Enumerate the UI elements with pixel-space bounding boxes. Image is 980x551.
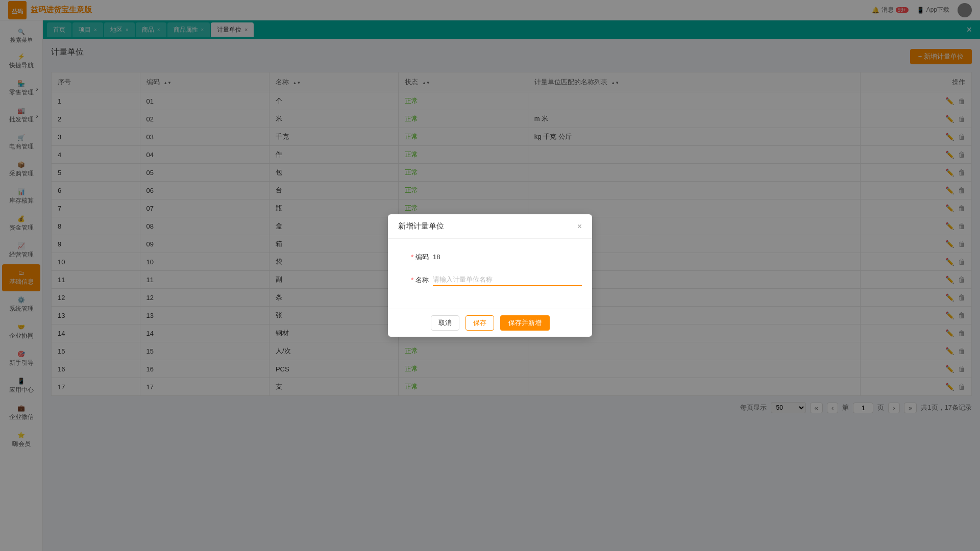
cancel-btn[interactable]: 取消 <box>431 315 459 331</box>
name-label: * 名称 <box>398 276 429 285</box>
modal-close-btn[interactable]: × <box>577 222 582 231</box>
code-row: * 编码 <box>398 251 582 263</box>
name-row: * 名称 <box>398 273 582 286</box>
save-new-btn[interactable]: 保存并新增 <box>500 315 550 331</box>
name-input[interactable] <box>433 273 582 286</box>
required-mark: * <box>411 253 413 261</box>
modal-title: 新增计量单位 <box>398 221 444 231</box>
code-label: * 编码 <box>398 253 429 262</box>
save-btn[interactable]: 保存 <box>465 315 494 331</box>
modal-overlay[interactable]: 新增计量单位 × * 编码 * 名称 取消 保存 保存并新增 <box>0 0 980 551</box>
required-mark2: * <box>411 276 413 284</box>
code-input[interactable] <box>433 251 582 263</box>
modal-footer: 取消 保存 保存并新增 <box>388 309 592 337</box>
modal-header: 新增计量单位 × <box>388 214 592 239</box>
add-unit-modal: 新增计量单位 × * 编码 * 名称 取消 保存 保存并新增 <box>388 214 592 337</box>
modal-body: * 编码 * 名称 <box>388 239 592 309</box>
